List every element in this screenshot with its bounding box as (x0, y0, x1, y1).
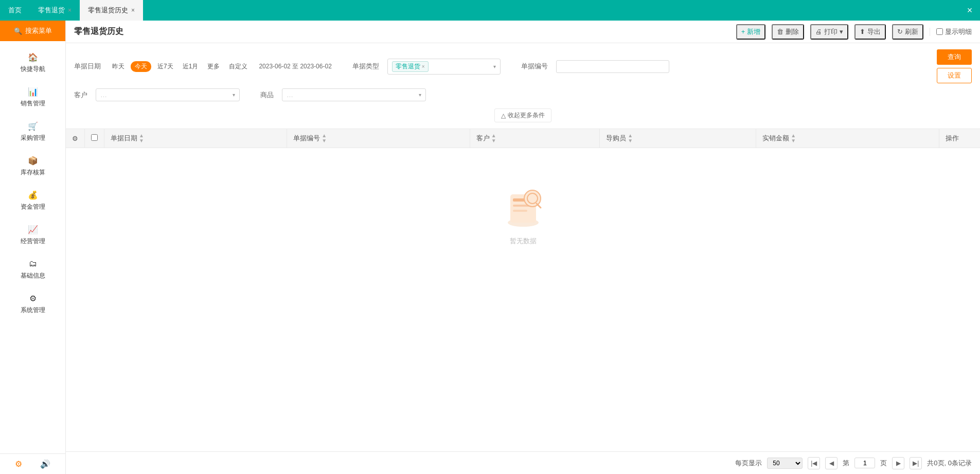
th-actions-label: 操作 (946, 134, 959, 142)
sidebar-item-sales[interactable]: 📊 销售管理 (0, 80, 65, 114)
per-page-label: 每页显示 (735, 459, 762, 468)
page-word: 第 (843, 459, 849, 468)
window-close-button[interactable]: × (959, 0, 980, 21)
per-page-select[interactable]: 50 20 100 (767, 458, 803, 469)
th-guide-sort[interactable]: 导购员 ▲▼ (606, 133, 750, 143)
show-detail-checkbox[interactable] (936, 28, 943, 35)
tab-retail-return-close[interactable]: × (68, 7, 72, 14)
settings-icon[interactable]: ⚙ (72, 135, 78, 142)
sidebar-item-finance[interactable]: 💰 资金管理 (0, 183, 65, 217)
sidebar-item-inventory[interactable]: 📦 库存核算 (0, 149, 65, 183)
tab-home[interactable]: 首页 (0, 0, 30, 21)
type-select[interactable]: 零售退货 × ▾ (387, 59, 501, 75)
header-actions: + 新增 🗑 删除 🖨 打印 ▾ ⬆ 导出 ↻ 刷新 (736, 24, 972, 40)
print-label: 打印 (824, 27, 838, 37)
date-opt-today[interactable]: 今天 (131, 61, 151, 72)
table-container: ⚙ 单据日期 ▲▼ 单据编号 (66, 129, 980, 451)
sidebar-item-quicknav[interactable]: 🏠 快捷导航 (0, 45, 65, 80)
delete-icon: 🗑 (777, 28, 783, 35)
date-opt-custom[interactable]: 自定义 (226, 61, 251, 72)
tab-retail-history-close[interactable]: × (131, 7, 135, 14)
tab-retail-return[interactable]: 零售退货 × (30, 0, 80, 21)
page-last-button[interactable]: ▶| (910, 457, 922, 469)
query-button[interactable]: 查询 (937, 49, 972, 65)
date-opt-7days[interactable]: 近7天 (154, 61, 176, 72)
sidebar-item-quicknav-label: 快捷导航 (21, 65, 45, 74)
pagination-bar: 每页显示 50 20 100 |◀ ◀ 第 页 ▶ ▶| 共0页, 0条记录 (66, 451, 980, 474)
print-arrow-icon: ▾ (840, 28, 843, 35)
show-detail-checkbox-label[interactable]: 显示明细 (936, 27, 972, 37)
delete-button[interactable]: 🗑 删除 (772, 24, 804, 40)
th-guide-label: 导购员 (606, 134, 626, 143)
operations-icon: 📈 (27, 224, 39, 235)
sidebar-search[interactable]: 🔍 搜索菜单 (0, 21, 65, 41)
date-opt-yesterday[interactable]: 昨天 (109, 61, 128, 72)
select-all-checkbox[interactable] (91, 134, 98, 141)
finance-icon: 💰 (27, 189, 39, 200)
date-opt-more[interactable]: 更多 (204, 61, 223, 72)
goods-select[interactable]: … ▾ (282, 88, 426, 101)
th-amount-sort[interactable]: 实销金额 ▲▼ (762, 133, 932, 143)
voucher-num-input[interactable] (556, 60, 669, 73)
tab-retail-history[interactable]: 零售退货历史 × (80, 0, 143, 21)
sidebar-nav: 🏠 快捷导航 📊 销售管理 🛒 采购管理 📦 库存核算 💰 资金管理 📈 (0, 41, 65, 453)
sidebar-item-system[interactable]: ⚙ 系统管理 (0, 286, 65, 321)
th-settings: ⚙ (66, 129, 85, 148)
divider (930, 28, 930, 36)
th-number: 单据编号 ▲▼ (287, 129, 470, 148)
customer-label: 客户 (74, 90, 87, 100)
customer-select-arrow: ▾ (233, 92, 235, 98)
print-button[interactable]: 🖨 打印 ▾ (810, 24, 848, 40)
sidebar-item-finance-label: 资金管理 (21, 203, 45, 211)
date-opt-1month[interactable]: 近1月 (180, 61, 202, 72)
goods-label: 商品 (260, 90, 274, 100)
tab-retail-return-label: 零售退货 (38, 6, 65, 15)
goods-select-arrow: ▾ (419, 92, 421, 98)
volume-icon[interactable]: 🔊 (40, 459, 50, 469)
tab-retail-history-label: 零售退货历史 (88, 6, 128, 15)
print-icon: 🖨 (815, 28, 822, 35)
refresh-label: 刷新 (905, 27, 918, 37)
empty-icon (497, 179, 549, 230)
page-prev-button[interactable]: ◀ (825, 457, 838, 469)
export-icon: ⬆ (860, 28, 865, 35)
inventory-icon: 📦 (27, 155, 39, 166)
sidebar-item-purchase[interactable]: 🛒 采购管理 (0, 114, 65, 149)
sort-arrows-amount: ▲▼ (791, 133, 796, 143)
top-bar: 首页 零售退货 × 零售退货历史 × × (0, 0, 980, 21)
page-next-button[interactable]: ▶ (892, 457, 904, 469)
refresh-button[interactable]: ↻ 刷新 (892, 24, 923, 40)
th-date-sort[interactable]: 单据日期 ▲▼ (111, 133, 280, 143)
th-number-sort[interactable]: 单据编号 ▲▼ (293, 133, 463, 143)
home-icon: 🏠 (27, 51, 39, 63)
customer-select[interactable]: … ▾ (96, 88, 240, 101)
collapse-button[interactable]: △ 收起更多条件 (494, 108, 551, 122)
sidebar-item-operations[interactable]: 📈 经营管理 (0, 217, 65, 252)
voucher-num-label: 单据编号 (521, 62, 548, 71)
sales-icon: 📊 (27, 86, 39, 97)
collapse-up-icon: △ (501, 112, 506, 119)
type-label: 单据类型 (352, 62, 379, 71)
tab-home-label: 首页 (8, 6, 22, 15)
set-button[interactable]: 设置 (937, 68, 972, 83)
sidebar-item-system-label: 系统管理 (21, 306, 45, 315)
date-range-display: 2023-06-02 至 2023-06-02 (259, 62, 331, 71)
settings-bottom-icon[interactable]: ⚙ (15, 459, 22, 469)
export-label: 导出 (867, 27, 881, 37)
th-customer-label: 客户 (476, 134, 490, 143)
type-tag-remove[interactable]: × (422, 64, 425, 69)
th-customer-sort[interactable]: 客户 ▲▼ (476, 133, 594, 143)
th-amount-label: 实销金额 (762, 134, 789, 143)
export-button[interactable]: ⬆ 导出 (854, 24, 886, 40)
sort-arrows-customer: ▲▼ (491, 133, 496, 143)
sort-arrows-guide: ▲▼ (628, 133, 633, 143)
search-icon: 🔍 (14, 27, 22, 35)
new-button[interactable]: + 新增 (736, 24, 765, 40)
tab-list: 首页 零售退货 × 零售退货历史 × (0, 0, 959, 21)
sidebar-item-basicinfo[interactable]: 🗂 基础信息 (0, 252, 65, 286)
page-number-input[interactable] (854, 458, 875, 468)
system-icon: ⚙ (27, 293, 39, 304)
sidebar-item-basicinfo-label: 基础信息 (21, 271, 45, 280)
page-first-button[interactable]: |◀ (808, 457, 820, 469)
basicinfo-icon: 🗂 (27, 258, 39, 269)
